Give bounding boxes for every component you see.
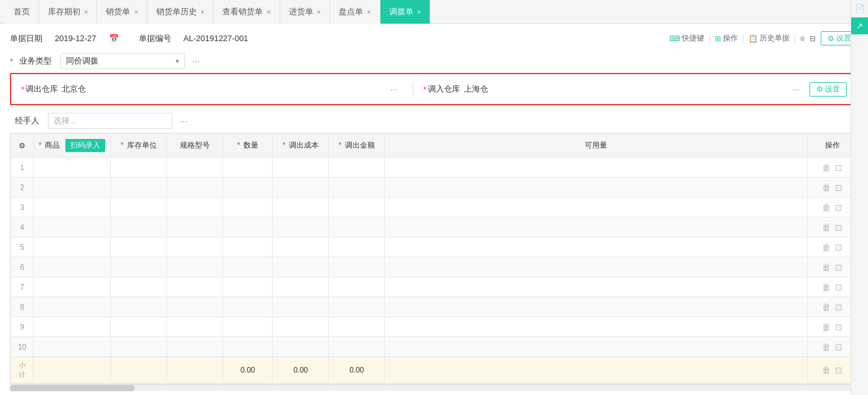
delete-icon[interactable]: 🗑 bbox=[822, 342, 831, 352]
copy-icon[interactable]: ⊡ bbox=[835, 242, 842, 252]
product-cell[interactable] bbox=[34, 237, 111, 257]
scroll-thumb[interactable] bbox=[10, 385, 134, 391]
delete-icon[interactable]: 🗑 bbox=[822, 365, 831, 375]
cost-cell[interactable] bbox=[273, 277, 329, 297]
copy-icon[interactable]: ⊡ bbox=[835, 202, 842, 212]
amount-cell[interactable] bbox=[329, 317, 385, 337]
history-button[interactable]: 📋 历史单据 bbox=[748, 33, 790, 44]
delete-icon[interactable]: 🗑 bbox=[822, 202, 831, 212]
copy-icon[interactable]: ⊡ bbox=[835, 282, 842, 292]
delete-icon[interactable]: 🗑 bbox=[822, 163, 831, 173]
qty-cell[interactable] bbox=[223, 217, 273, 237]
spec-cell[interactable] bbox=[167, 317, 223, 337]
product-cell[interactable] bbox=[34, 158, 111, 178]
qty-cell[interactable] bbox=[223, 198, 273, 217]
transfer-in-more-icon[interactable]: ··· bbox=[787, 84, 804, 94]
close-tab-inventory-check[interactable]: × bbox=[367, 8, 370, 16]
shortcut-button[interactable]: ⌨ 快捷键 bbox=[669, 33, 704, 44]
handler-select[interactable]: 选择... bbox=[48, 113, 172, 129]
amount-cell[interactable] bbox=[329, 217, 385, 237]
spec-cell[interactable] bbox=[167, 297, 223, 317]
amount-cell[interactable] bbox=[329, 257, 385, 277]
amount-cell[interactable] bbox=[329, 277, 385, 297]
close-tab-view-sales[interactable]: × bbox=[267, 8, 270, 16]
unit-cell[interactable] bbox=[111, 198, 167, 217]
cost-cell[interactable] bbox=[273, 337, 329, 357]
transfer-out-more-icon[interactable]: ··· bbox=[385, 84, 403, 94]
copy-icon[interactable]: ⊡ bbox=[835, 222, 842, 232]
spec-cell[interactable] bbox=[167, 237, 223, 257]
spec-cell[interactable] bbox=[167, 158, 223, 178]
spec-cell[interactable] bbox=[167, 337, 223, 357]
copy-icon[interactable]: ⊡ bbox=[835, 163, 842, 173]
product-cell[interactable] bbox=[34, 257, 111, 277]
cost-cell[interactable] bbox=[273, 317, 329, 337]
qty-cell[interactable] bbox=[223, 277, 273, 297]
product-cell[interactable] bbox=[34, 198, 111, 217]
th-gear[interactable]: ⚙ bbox=[11, 134, 34, 158]
tab-transfer-order[interactable]: 调拨单 × bbox=[380, 0, 430, 24]
tab-inventory-init[interactable]: 库存期初 × bbox=[39, 0, 97, 24]
calendar-icon[interactable]: 📅 bbox=[109, 34, 119, 43]
qty-cell[interactable] bbox=[223, 158, 273, 178]
cost-cell[interactable] bbox=[273, 198, 329, 217]
unit-cell[interactable] bbox=[111, 257, 167, 277]
tab-home[interactable]: 首页 bbox=[5, 0, 39, 24]
scan-button[interactable]: 扫码录入 bbox=[65, 139, 105, 152]
delete-icon[interactable]: 🗑 bbox=[822, 322, 831, 332]
unit-cell[interactable] bbox=[111, 178, 167, 198]
spec-cell[interactable] bbox=[167, 178, 223, 198]
copy-icon[interactable]: ⊡ bbox=[835, 262, 842, 272]
product-cell[interactable] bbox=[34, 297, 111, 317]
unit-cell[interactable] bbox=[111, 158, 167, 178]
copy-icon[interactable]: ⊡ bbox=[835, 302, 842, 312]
tab-purchase-order[interactable]: 进货单 × bbox=[280, 0, 330, 24]
delete-icon[interactable]: 🗑 bbox=[822, 242, 831, 252]
tab-inventory-check[interactable]: 盘点单 × bbox=[330, 0, 380, 24]
close-tab-transfer-order[interactable]: × bbox=[417, 8, 421, 16]
spec-cell[interactable] bbox=[167, 257, 223, 277]
product-cell[interactable] bbox=[34, 277, 111, 297]
product-cell[interactable] bbox=[34, 337, 111, 357]
right-panel-doc-icon[interactable]: 📄 bbox=[851, 0, 869, 17]
product-cell[interactable] bbox=[34, 178, 111, 198]
table-settings-gear-icon[interactable]: ⚙ bbox=[19, 141, 26, 150]
cost-cell[interactable] bbox=[273, 257, 329, 277]
operations-button[interactable]: ⊞ 操作 bbox=[715, 33, 738, 44]
unit-cell[interactable] bbox=[111, 317, 167, 337]
horizontal-scrollbar[interactable] bbox=[10, 384, 858, 391]
copy-icon[interactable]: ⊡ bbox=[835, 342, 842, 352]
unit-cell[interactable] bbox=[111, 217, 167, 237]
amount-cell[interactable] bbox=[329, 337, 385, 357]
delete-icon[interactable]: 🗑 bbox=[822, 262, 831, 272]
delete-icon[interactable]: 🗑 bbox=[822, 282, 831, 292]
delete-icon[interactable]: 🗑 bbox=[822, 183, 831, 193]
amount-cell[interactable] bbox=[329, 178, 385, 198]
product-cell[interactable] bbox=[34, 217, 111, 237]
tab-sales-order[interactable]: 销货单 × bbox=[97, 0, 147, 24]
spec-cell[interactable] bbox=[167, 277, 223, 297]
unit-cell[interactable] bbox=[111, 237, 167, 257]
close-tab-sales-order[interactable]: × bbox=[134, 8, 138, 16]
amount-cell[interactable] bbox=[329, 237, 385, 257]
cost-cell[interactable] bbox=[273, 217, 329, 237]
business-type-more-icon[interactable]: ··· bbox=[192, 56, 200, 66]
spec-cell[interactable] bbox=[167, 198, 223, 217]
copy-icon[interactable]: ⊡ bbox=[835, 365, 842, 375]
tab-view-sales[interactable]: 查看销货单 × bbox=[214, 0, 280, 24]
copy-icon[interactable]: ⊡ bbox=[835, 322, 842, 332]
handler-more-icon[interactable]: ··· bbox=[180, 116, 187, 126]
copy-icon[interactable]: ⊡ bbox=[835, 183, 842, 193]
unit-cell[interactable] bbox=[111, 277, 167, 297]
qty-cell[interactable] bbox=[223, 178, 273, 198]
qty-cell[interactable] bbox=[223, 257, 273, 277]
cost-cell[interactable] bbox=[273, 237, 329, 257]
right-panel-share-icon[interactable]: ↗ bbox=[851, 17, 869, 35]
amount-cell[interactable] bbox=[329, 198, 385, 217]
delete-icon[interactable]: 🗑 bbox=[822, 222, 831, 232]
cost-cell[interactable] bbox=[273, 178, 329, 198]
qty-cell[interactable] bbox=[223, 237, 273, 257]
amount-cell[interactable] bbox=[329, 158, 385, 178]
layout-btn-2[interactable]: ⊟ bbox=[809, 34, 816, 43]
qty-cell[interactable] bbox=[223, 337, 273, 357]
